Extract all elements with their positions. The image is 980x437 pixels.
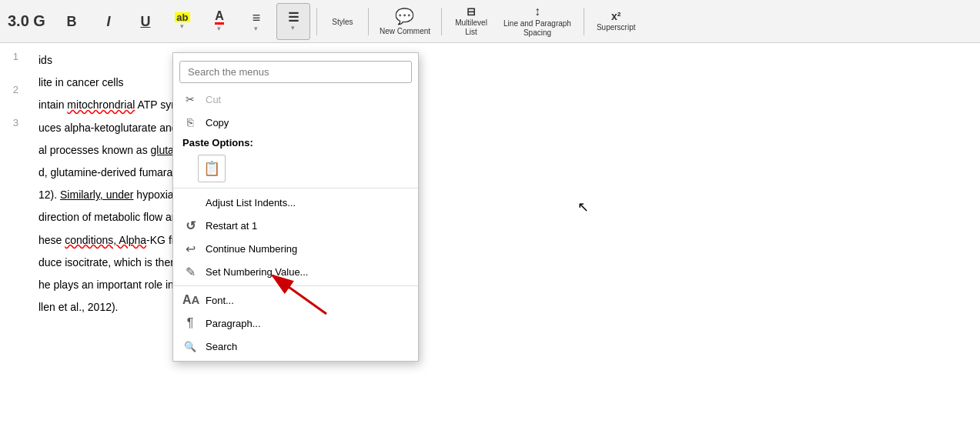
menu-item-set-value[interactable]: Set Numbering Value... — [173, 260, 418, 283]
paragraph-label: Paragraph... — [206, 318, 409, 329]
styles-button[interactable]: Styles — [323, 3, 362, 40]
new-comment-label: New Comment — [380, 27, 430, 35]
search-menu-icon — [182, 340, 198, 352]
underline-button[interactable]: U — [129, 3, 162, 40]
line-spacing-button[interactable]: ↕ Line and ParagraphSpacing — [497, 3, 577, 40]
menu-divider-1 — [173, 188, 418, 188]
line-num-2: 2 — [13, 84, 18, 95]
paste-icon-btn[interactable]: 📋 — [198, 155, 226, 182]
bold-icon: B — [66, 15, 76, 28]
highlight-icon: ab — [175, 12, 189, 22]
italic-icon: I — [106, 15, 110, 28]
menu-item-cut[interactable]: Cut — [173, 88, 418, 111]
set-value-icon — [182, 265, 198, 279]
continue-label: Continue Numbering — [206, 243, 409, 255]
paste-icons-row: 📋 — [173, 152, 418, 185]
context-menu: Cut ⎘ Copy Paste Options: 📋 Adjust List … — [172, 52, 419, 362]
paragraph-icon — [182, 316, 198, 330]
continue-icon — [182, 242, 198, 256]
cut-label: Cut — [206, 94, 409, 105]
word-mitochrondrial: mitochrondrial — [67, 98, 135, 111]
multilevel-icon: ⊟ — [467, 6, 476, 17]
search-box-wrapper — [173, 56, 418, 88]
numbering-button[interactable]: ☰ ▾ — [276, 3, 310, 40]
superscript-button[interactable]: x² Superscript — [590, 3, 642, 40]
line-spacing-icon: ↕ — [534, 5, 540, 18]
restart-label: Restart at 1 — [206, 220, 409, 232]
multilevel-button[interactable]: ⊟ MultilevelList — [448, 3, 494, 40]
search-menus-input[interactable] — [179, 61, 412, 83]
line-numbers: 1 2 3 — [0, 43, 23, 437]
underline-icon: U — [140, 15, 150, 28]
separator-3 — [441, 8, 442, 35]
new-comment-button[interactable]: 💬 New Comment — [375, 3, 435, 40]
separator-2 — [368, 8, 369, 35]
menu-item-paragraph[interactable]: Paragraph... — [173, 312, 418, 335]
line-num-3: 3 — [13, 117, 18, 128]
phrase-conditions-alpha: conditions, Alpha — [65, 234, 146, 246]
highlight-button[interactable]: ab ▾ — [166, 3, 199, 40]
menu-item-copy[interactable]: ⎘ Copy — [173, 111, 418, 134]
font-color-icon: A — [215, 10, 224, 25]
phrase-similarly-under: Similarly, under — [60, 188, 133, 201]
line-spacing-label: Line and ParagraphSpacing — [503, 19, 571, 38]
toolbar: 3.0 G B I U ab ▾ A ▾ ≡ ▾ ☰ ▾ Styles 💬 Ne… — [0, 0, 980, 43]
multilevel-label: MultilevelList — [455, 18, 487, 37]
menu-item-adjust-list[interactable]: Adjust List Indents... — [173, 191, 418, 214]
document-text: ids lite in cancer cells intain mitochro… — [23, 43, 980, 437]
comment-icon: 💬 — [395, 7, 414, 25]
line-num-1: 1 — [13, 51, 18, 62]
italic-button[interactable]: I — [92, 3, 125, 40]
scissors-icon — [182, 93, 198, 105]
font-icon: A — [182, 293, 198, 307]
copy-icon: ⎘ — [182, 116, 198, 128]
separator-1 — [316, 8, 317, 35]
menu-item-restart[interactable]: Restart at 1 — [173, 214, 418, 237]
menu-item-continue[interactable]: Continue Numbering — [173, 237, 418, 260]
restart-icon — [182, 218, 198, 233]
menu-item-font[interactable]: A Font... — [173, 289, 418, 312]
content-area: 1 2 3 ids lite in cancer cells intain mi… — [0, 43, 980, 437]
separator-4 — [584, 8, 584, 35]
numbering-icon: ☰ — [288, 12, 299, 24]
heading-label: 3.0 G — [8, 12, 45, 30]
bullets-button[interactable]: ≡ ▾ — [239, 3, 273, 40]
font-label: Font... — [206, 295, 409, 306]
copy-label: Copy — [206, 117, 409, 128]
superscript-icon: x² — [611, 11, 620, 22]
search-label: Search — [206, 341, 409, 352]
paste-icon: 📋 — [203, 160, 220, 177]
adjust-list-label: Adjust List Indents... — [206, 197, 409, 208]
superscript-label: Superscript — [597, 23, 636, 32]
paste-options-label: Paste Options: — [173, 134, 418, 152]
set-value-label: Set Numbering Value... — [206, 266, 409, 278]
styles-label: Styles — [332, 18, 353, 27]
bullets-icon: ≡ — [253, 11, 261, 25]
font-color-button[interactable]: A ▾ — [202, 3, 236, 40]
menu-divider-2 — [173, 285, 418, 286]
bold-button[interactable]: B — [55, 3, 89, 40]
menu-item-search[interactable]: Search — [173, 335, 418, 358]
